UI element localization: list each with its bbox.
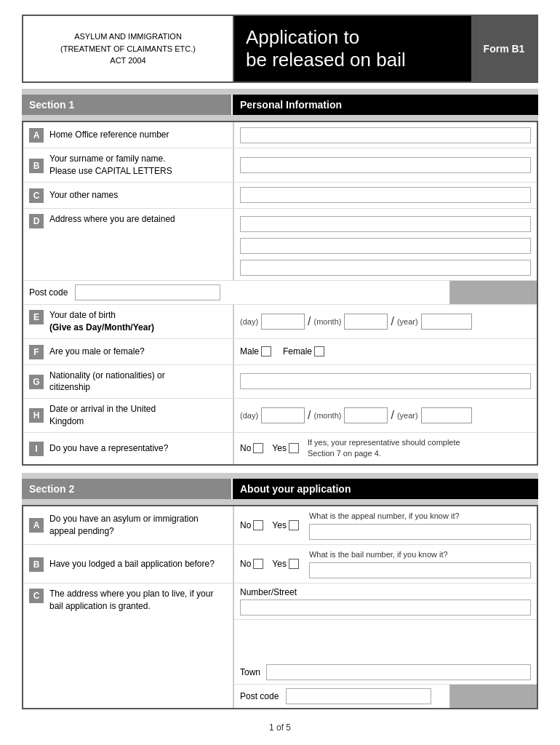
s2-row-b-left: B Have you lodged a bail application bef… <box>23 545 234 583</box>
bail-prev-checkbox-group: No Yes <box>240 559 299 569</box>
row-d-label: Address where you are detained <box>49 213 175 226</box>
section1-title: Personal Information <box>233 95 538 115</box>
postcode-grey-box <box>449 281 537 304</box>
dob-month-input[interactable] <box>344 314 388 330</box>
bail-number-input[interactable] <box>309 562 531 578</box>
row-a-label: Home Office reference number <box>49 129 169 141</box>
row-letter-c: C <box>29 188 44 203</box>
rep-note: If yes, your representative should compl… <box>308 437 482 460</box>
dob-year-input[interactable] <box>421 314 472 330</box>
row-letter-d: D <box>29 214 44 228</box>
section2-label: Section 2 <box>22 479 233 499</box>
section2-form: A Do you have an asylum or immigration a… <box>22 505 538 710</box>
table-row: D Address where you are detained <box>23 209 537 281</box>
row-f-left: F Are you male or female? <box>23 339 234 364</box>
page-footer: 1 of 5 <box>22 722 538 733</box>
row-h-date-area: (day) / (month) / (year) <box>234 399 537 432</box>
arrival-month-input[interactable] <box>344 407 388 423</box>
rep-no-checkbox[interactable] <box>253 443 263 453</box>
postcode-label: Post code <box>23 281 449 304</box>
row-letter-i: I <box>29 442 44 456</box>
address-input-line2[interactable] <box>240 238 531 254</box>
row-i-label: Do you have a representative? <box>49 442 168 455</box>
s2-postcode-row: Post code <box>234 685 537 708</box>
row-f-gender-area: Male Female <box>234 339 537 364</box>
s2-row-b-right: No Yes What is the bail number, if you k… <box>234 545 537 583</box>
row-d-input-area <box>234 209 537 280</box>
arrival-day-input[interactable] <box>261 407 305 423</box>
s2-row-b-label: Have you lodged a bail application befor… <box>49 558 215 570</box>
appeal-yes-option: Yes <box>272 520 299 530</box>
appeal-sub-label: What is the appeal number, if you know i… <box>309 511 531 522</box>
surname-input[interactable] <box>240 157 531 173</box>
rep-no-option: No <box>240 443 263 453</box>
row-b-left: B Your surname or family name.Please use… <box>23 148 234 182</box>
s2-postcode-input[interactable] <box>286 688 431 704</box>
s2-postcode-label: Post code <box>234 685 449 708</box>
table-row: C Your other names <box>23 183 537 209</box>
dob-date-group: (day) / (month) / (year) <box>240 314 472 330</box>
s2-row-c-left: C The address where you plan to live, if… <box>23 583 234 708</box>
row-c-label: Your other names <box>49 189 118 202</box>
section1-form: A Home Office reference number B Your su… <box>22 121 538 465</box>
row-letter-h: H <box>29 408 44 423</box>
appeal-number-input[interactable] <box>309 524 531 540</box>
appeal-no-option: No <box>240 520 263 530</box>
other-names-input[interactable] <box>240 187 531 203</box>
appeal-checkbox-group: No Yes <box>240 520 299 530</box>
town-label: Town <box>240 667 260 677</box>
s2-row-a-left: A Do you have an asylum or immigration a… <box>23 506 234 544</box>
arrival-date-group: (day) / (month) / (year) <box>240 407 472 423</box>
act-title: ASYLUM AND IMMIGRATION (TREATMENT OF CLA… <box>23 16 234 81</box>
inter-section-spacer <box>22 466 538 473</box>
home-office-ref-input[interactable] <box>240 127 531 143</box>
town-input[interactable] <box>266 664 531 680</box>
s2-row-letter-c: C <box>29 589 44 603</box>
appeal-no-checkbox[interactable] <box>253 520 263 530</box>
postcode-input[interactable] <box>75 284 220 300</box>
form-id: Form B1 <box>471 16 537 81</box>
section2-top-spacer <box>22 473 538 479</box>
row-letter-a: A <box>29 128 44 143</box>
town-row: Town <box>234 661 537 685</box>
section2-header: Section 2 About your application <box>22 479 538 499</box>
form-header: ASYLUM AND IMMIGRATION (TREATMENT OF CLA… <box>22 15 538 83</box>
bail-prev-yes-checkbox[interactable] <box>289 559 299 569</box>
appeal-yes-checkbox[interactable] <box>289 520 299 530</box>
male-checkbox[interactable] <box>261 346 271 356</box>
rep-yes-checkbox[interactable] <box>289 443 299 453</box>
section1-label: Section 1 <box>22 95 233 115</box>
table-row: H Date or arrival in the UnitedKingdom (… <box>23 399 537 433</box>
table-row: F Are you male or female? Male Female <box>23 339 537 365</box>
table-row: I Do you have a representative? No Yes I… <box>23 433 537 464</box>
row-c-left: C Your other names <box>23 183 234 208</box>
bail-sub-label: What is the bail number, if you know it? <box>309 549 531 560</box>
row-e-date-area: (day) / (month) / (year) <box>234 305 537 338</box>
female-checkbox[interactable] <box>314 346 324 356</box>
table-row: C The address where you plan to live, if… <box>23 583 537 708</box>
street-label: Number/Street <box>240 587 297 597</box>
section-spacer <box>22 89 538 95</box>
row-a-input-area <box>234 122 537 148</box>
arrival-year-input[interactable] <box>421 407 472 423</box>
nationality-input[interactable] <box>240 373 531 389</box>
row-e-left: E Your date of birth(Give as Day/Month/Y… <box>23 305 234 338</box>
row-i-rep-area: No Yes If yes, your representative shoul… <box>234 433 537 464</box>
bail-prev-no-checkbox[interactable] <box>253 559 263 569</box>
s2-row-c-label: The address where you plan to live, if y… <box>49 588 227 613</box>
section2-spacer <box>22 499 538 505</box>
row-g-input-area <box>234 365 537 399</box>
table-row: B Your surname or family name.Please use… <box>23 148 537 183</box>
address-input-line1[interactable] <box>240 216 531 232</box>
section2-title: About your application <box>233 479 538 499</box>
dob-day-input[interactable] <box>261 314 305 330</box>
male-option: Male <box>240 346 271 356</box>
row-letter-b: B <box>29 159 44 173</box>
gender-group: Male Female <box>240 346 324 356</box>
street-input[interactable] <box>240 599 531 615</box>
female-option: Female <box>283 346 324 356</box>
address-input-line3[interactable] <box>240 260 531 276</box>
s2-row-a-right: No Yes What is the appeal number, if you… <box>234 506 537 544</box>
row-g-label: Nationality (or nationalities) orcitizen… <box>49 370 165 394</box>
bail-number-area: What is the bail number, if you know it? <box>309 549 531 578</box>
